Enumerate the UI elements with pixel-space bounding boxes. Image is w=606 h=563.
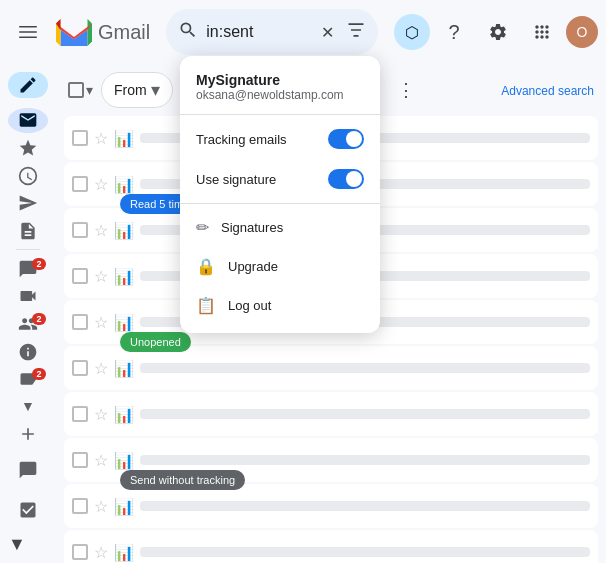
email-checkbox[interactable] [72, 130, 88, 146]
advanced-search-link[interactable]: Advanced search [501, 81, 594, 99]
sidebar-item-info[interactable] [8, 339, 48, 365]
sidebar-item-mail[interactable] [8, 108, 48, 134]
email-tracking-icon: 📊 [114, 405, 134, 424]
star-button[interactable]: ☆ [94, 129, 108, 148]
more-options-button[interactable]: ⋮ [388, 72, 424, 108]
sidebar-item-meet[interactable] [8, 284, 48, 310]
email-row[interactable]: ☆ 📊 Send without tracking [64, 484, 598, 528]
email-tracking-icon: 📊 [114, 543, 134, 562]
email-tracking-icon: 📊 [114, 451, 134, 470]
tracking-emails-label: Tracking emails [196, 132, 287, 147]
email-row[interactable]: ☆ 📊 Unopened [64, 346, 598, 390]
email-content-bar [140, 409, 590, 419]
sidebar-item-labels[interactable]: 2 [8, 366, 48, 392]
email-checkbox[interactable] [72, 314, 88, 330]
svg-rect-0 [19, 26, 37, 28]
popup-divider-1 [180, 114, 380, 115]
search-input[interactable]: in:sent [206, 23, 313, 41]
popup-divider-2 [180, 203, 380, 204]
logout-icon: 📋 [196, 296, 216, 315]
upgrade-icon: 🔒 [196, 257, 216, 276]
popup-user-name: MySignature [196, 72, 364, 88]
select-all-checkbox[interactable]: ▾ [68, 82, 93, 98]
email-row[interactable]: ☆ 📊 [64, 438, 598, 482]
apps-button[interactable] [522, 12, 562, 52]
search-bar[interactable]: in:sent ✕ [166, 9, 378, 55]
sidebar-item-snoozed[interactable] [8, 163, 48, 189]
star-button[interactable]: ☆ [94, 543, 108, 562]
sidebar-item-chat-bottom[interactable] [8, 450, 48, 490]
sidebar-add-button[interactable] [18, 424, 38, 448]
email-tracking-icon: 📊 [114, 497, 134, 516]
compose-button[interactable] [8, 72, 48, 98]
star-button[interactable]: ☆ [94, 405, 108, 424]
sidebar-divider [16, 249, 40, 250]
star-button[interactable]: ☆ [94, 313, 108, 332]
use-signature-toggle-row[interactable]: Use signature [180, 159, 380, 199]
email-checkbox[interactable] [72, 176, 88, 192]
toggle-knob-2 [346, 171, 362, 187]
email-checkbox[interactable] [72, 268, 88, 284]
use-signature-toggle[interactable] [328, 169, 364, 189]
star-button[interactable]: ☆ [94, 451, 108, 470]
advanced-search-text: Advanced search [501, 84, 594, 98]
email-checkbox[interactable] [72, 452, 88, 468]
sidebar-item-starred[interactable] [8, 135, 48, 161]
email-row[interactable]: ☆ 📊 [64, 530, 598, 563]
svg-rect-2 [19, 37, 37, 39]
from-label: From [114, 82, 147, 98]
email-checkbox[interactable] [72, 498, 88, 514]
search-filter-icon[interactable] [346, 20, 366, 45]
topbar: Gmail in:sent ✕ ⬡ ? O [0, 0, 606, 64]
upgrade-menu-item[interactable]: 🔒 Upgrade [180, 247, 380, 286]
star-button[interactable]: ☆ [94, 497, 108, 516]
star-button[interactable]: ☆ [94, 221, 108, 240]
checkbox-main[interactable] [68, 82, 84, 98]
star-button[interactable]: ☆ [94, 175, 108, 194]
email-checkbox[interactable] [72, 544, 88, 560]
signatures-label: Signatures [221, 220, 283, 235]
from-filter-button[interactable]: From ▾ [101, 72, 173, 108]
sidebar-item-sent[interactable] [8, 190, 48, 216]
sidebar-item-tasks[interactable] [8, 490, 48, 530]
email-checkbox[interactable] [72, 360, 88, 376]
email-content-bar [140, 363, 590, 373]
star-button[interactable]: ☆ [94, 267, 108, 286]
sidebar-item-drafts[interactable] [8, 218, 48, 244]
email-content-bar [140, 501, 590, 511]
duet-ai-button[interactable]: ⬡ [394, 14, 430, 50]
mysignature-popup: MySignature oksana@newoldstamp.com Track… [180, 56, 380, 333]
tracking-emails-toggle-row[interactable]: Tracking emails [180, 119, 380, 159]
upgrade-label: Upgrade [228, 259, 278, 274]
email-checkbox[interactable] [72, 222, 88, 238]
tracking-emails-toggle[interactable] [328, 129, 364, 149]
help-button[interactable]: ? [434, 12, 474, 52]
email-tracking-icon: 📊 [114, 267, 134, 286]
logout-menu-item[interactable]: 📋 Log out [180, 286, 380, 325]
sidebar-bottom: ▼ [8, 450, 48, 555]
logout-label: Log out [228, 298, 271, 313]
sidebar-expand-button[interactable]: ▼ [21, 398, 35, 414]
sidebar-item-chat[interactable]: 2 [8, 256, 48, 282]
email-tracking-icon: 📊 [114, 313, 134, 332]
search-icon [178, 20, 198, 45]
star-button[interactable]: ☆ [94, 359, 108, 378]
contacts-badge: 2 [32, 313, 46, 325]
menu-button[interactable] [8, 12, 48, 52]
settings-button[interactable] [478, 12, 518, 52]
sidebar-item-contacts[interactable]: 2 [8, 311, 48, 337]
topbar-right: ⬡ ? O [394, 12, 598, 52]
chat-badge: 2 [32, 258, 46, 270]
signatures-menu-item[interactable]: ✏ Signatures [180, 208, 380, 247]
avatar[interactable]: O [566, 16, 598, 48]
checkbox-dropdown-arrow[interactable]: ▾ [86, 82, 93, 98]
gmail-logo: Gmail [56, 19, 150, 46]
signatures-icon: ✏ [196, 218, 209, 237]
email-row[interactable]: ☆ 📊 [64, 392, 598, 436]
search-clear-button[interactable]: ✕ [321, 23, 334, 42]
sidebar-collapse-bottom[interactable]: ▼ [8, 534, 48, 555]
svg-rect-1 [19, 31, 37, 33]
email-checkbox[interactable] [72, 406, 88, 422]
gmail-text: Gmail [98, 21, 150, 44]
email-tracking-icon: 📊 [114, 129, 134, 148]
